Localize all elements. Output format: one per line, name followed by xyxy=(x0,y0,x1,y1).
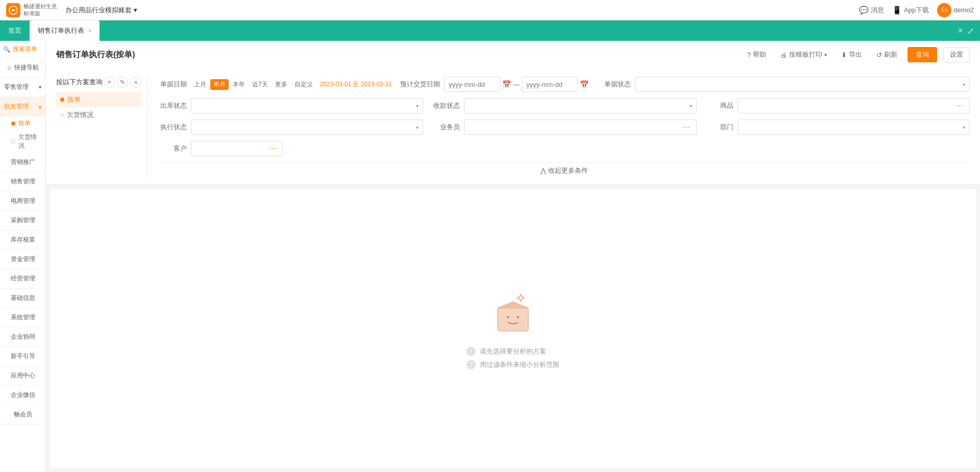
message-button[interactable]: 💬 消息 xyxy=(859,6,884,15)
filter-group-payment-status: 收款状态 xyxy=(431,98,696,113)
sidebar-sub-item-backorder[interactable]: 欠货情况 xyxy=(0,130,45,153)
app-download-button[interactable]: 📱 App下载 xyxy=(892,6,929,15)
date-tags: 上月 本月 本年 近7天 更多 自定义 xyxy=(191,79,316,90)
edit-scheme-button[interactable]: ✎ xyxy=(117,77,128,88)
delivery-status-dropdown[interactable] xyxy=(191,98,423,113)
print-arrow-icon: ▾ xyxy=(824,52,827,58)
delivery-arrow xyxy=(416,103,419,109)
sidebar-sub-item-order[interactable]: 按单 xyxy=(0,116,45,130)
date-7days[interactable]: 近7天 xyxy=(249,79,271,90)
top-bar-left: 畅捷通好生意 标准版 办公用品行业模拟账套 ▾ xyxy=(6,3,141,17)
date-more[interactable]: 更多 xyxy=(272,79,290,90)
sidebar-item-wechat[interactable]: 企业微信 xyxy=(0,386,45,405)
filter-group-customer: 客户 ··· xyxy=(158,141,301,156)
date-custom[interactable]: 自定义 xyxy=(291,79,316,90)
top-bar: 畅捷通好生意 标准版 办公用品行业模拟账套 ▾ 💬 消息 📱 App下载 Ea … xyxy=(0,0,980,20)
goods-ellipsis[interactable]: ··· xyxy=(954,101,965,110)
sidebar-item-member[interactable]: 畅会员 xyxy=(0,405,45,424)
main-layout: 🔍 搜索菜单 ☆ 快捷导航 零售管理 ▾ 批发管理 ▴ 按单 欠货情况 营销推广… xyxy=(0,41,980,472)
add-scheme-button[interactable]: + xyxy=(104,77,115,88)
chevron-down-icon: ▾ xyxy=(39,84,41,90)
collapse-scheme-button[interactable]: « xyxy=(130,77,141,88)
filter-group-exec-status: 执行状态 xyxy=(158,120,423,135)
sidebar-item-inventory[interactable]: 库存核算 xyxy=(0,230,45,250)
order-status-arrow xyxy=(963,82,965,87)
filter-row-3: 执行状态 业务员 ··· xyxy=(158,120,970,135)
expected-date-to[interactable] xyxy=(522,77,578,92)
salesperson-input[interactable]: ··· xyxy=(464,120,696,135)
filter-row-2: 出库状态 收款状态 xyxy=(158,98,970,113)
date-label: 单据日期 xyxy=(158,80,187,89)
sidebar-item-finance[interactable]: 资金管理 xyxy=(0,250,45,269)
sidebar-shortcut[interactable]: ☆ 快捷导航 xyxy=(0,58,45,78)
scheme-item-backorder[interactable]: ○ 欠货情况 xyxy=(56,107,141,123)
content-area: 销售订单执行表(按单) ? 帮助 🖨 按模板打印 ▾ ⬇ 导出 xyxy=(46,41,980,472)
customer-input[interactable]: ··· xyxy=(191,141,283,156)
collapse-filter-button[interactable]: ⋀ 收起更多条件 xyxy=(158,162,970,178)
sidebar-item-marketing[interactable]: 营销推广 xyxy=(0,153,45,172)
tab-restore-icon[interactable]: × xyxy=(958,26,963,36)
top-bar-right: 💬 消息 📱 App下载 Ea demo2 xyxy=(859,3,974,17)
date-range-expected: 📅 — 📅 xyxy=(444,77,589,92)
delivery-status-label: 出库状态 xyxy=(158,101,187,110)
sidebar-item-retail[interactable]: 零售管理 ▾ xyxy=(0,78,45,97)
exec-status-dropdown[interactable] xyxy=(191,120,423,135)
order-status-dropdown[interactable] xyxy=(635,77,970,92)
sidebar-item-system[interactable]: 系统管理 xyxy=(0,308,45,327)
refresh-icon: ↺ xyxy=(876,51,882,59)
dept-dropdown[interactable] xyxy=(738,120,970,135)
sidebar-search[interactable]: 🔍 搜索菜单 xyxy=(0,41,45,58)
calendar-icon-to[interactable]: 📅 xyxy=(580,80,589,88)
sidebar-item-purchase[interactable]: 采购管理 xyxy=(0,211,45,230)
tab-close-icon[interactable]: × xyxy=(88,28,91,34)
filter-row-1: 单据日期 上月 本月 本年 近7天 更多 自定义 2023-03-01 至 20… xyxy=(158,77,970,92)
export-icon: ⬇ xyxy=(841,51,847,59)
user-menu[interactable]: Ea demo2 xyxy=(937,3,974,17)
top-menu-item[interactable]: 办公用品行业模拟账套 ▾ xyxy=(61,6,141,15)
settings-button[interactable]: 设置 xyxy=(943,47,970,62)
exec-arrow xyxy=(416,125,419,130)
filter-group-date: 单据日期 上月 本月 本年 近7天 更多 自定义 2023-03-01 至 20… xyxy=(158,79,392,90)
avatar: Ea xyxy=(937,3,951,17)
collapse-up-icon: ⋀ xyxy=(541,167,546,175)
inactive-dot-icon xyxy=(11,139,15,144)
expected-date-from[interactable] xyxy=(444,77,500,92)
export-button[interactable]: ⬇ 导出 xyxy=(837,48,866,61)
payment-arrow xyxy=(690,103,692,109)
date-last-month[interactable]: 上月 xyxy=(191,79,209,90)
payment-status-dropdown[interactable] xyxy=(464,98,696,113)
filter-group-delivery-status: 出库状态 xyxy=(158,98,423,113)
dept-label: 部门 xyxy=(705,123,733,132)
tab-sales-order[interactable]: 销售订单执行表 × xyxy=(30,20,100,41)
print-icon: 🖨 xyxy=(780,51,787,59)
message-icon: 💬 xyxy=(859,6,869,15)
goods-input[interactable]: ··· xyxy=(738,98,970,113)
template-print-button[interactable]: 🖨 按模板打印 ▾ xyxy=(776,48,831,61)
sidebar-item-basic-info[interactable]: 基础信息 xyxy=(0,289,45,308)
customer-ellipsis[interactable]: ··· xyxy=(267,144,278,153)
tab-home[interactable]: 首页 xyxy=(0,20,30,41)
page-title: 销售订单执行表(按单) xyxy=(56,50,135,60)
refresh-button[interactable]: ↺ 刷新 xyxy=(872,48,901,61)
date-this-year[interactable]: 本年 xyxy=(230,79,248,90)
sidebar-item-wholesale[interactable]: 批发管理 ▴ xyxy=(0,97,45,116)
tab-bar-right: × ⤢ xyxy=(958,26,980,36)
tab-expand-icon[interactable]: ⤢ xyxy=(967,26,974,36)
help-button[interactable]: ? 帮助 xyxy=(743,48,770,61)
sidebar-item-sales[interactable]: 销售管理 xyxy=(0,172,45,192)
sidebar-item-app-center[interactable]: 应用中心 xyxy=(0,366,45,386)
chevron-up-icon: ▴ xyxy=(39,104,41,109)
sidebar-item-ecommerce[interactable]: 电商管理 xyxy=(0,192,45,211)
sidebar-item-operations[interactable]: 经营管理 xyxy=(0,269,45,289)
filter-group-salesperson: 业务员 ··· xyxy=(431,120,696,135)
calendar-icon-from[interactable]: 📅 xyxy=(502,80,511,88)
query-button[interactable]: 查询 xyxy=(908,47,937,62)
filter-group-order-status: 单据状态 xyxy=(602,77,970,92)
salesperson-ellipsis[interactable]: ··· xyxy=(681,123,692,132)
customer-label: 客户 xyxy=(158,144,187,153)
date-this-month[interactable]: 本月 xyxy=(210,79,229,90)
scheme-item-order[interactable]: 按单 xyxy=(56,92,141,107)
sidebar-item-enterprise[interactable]: 企业协同 xyxy=(0,327,45,347)
filter-group-goods: 商品 ··· xyxy=(705,98,970,113)
sidebar-item-guide[interactable]: 新手引导 xyxy=(0,347,45,366)
